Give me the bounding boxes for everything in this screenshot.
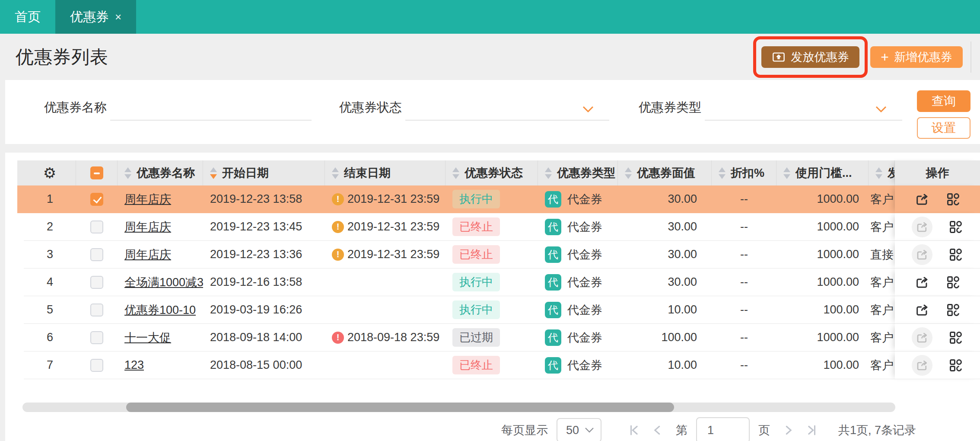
coupon-name-link[interactable]: 全场满1000减30	[124, 275, 203, 290]
sort-arrows-icon[interactable]	[452, 167, 459, 179]
coupon-type-badge: 代	[545, 246, 561, 263]
toolbar-divider	[970, 42, 971, 73]
coupon-name-link[interactable]: 123	[124, 358, 144, 372]
coupon-name-link[interactable]: 十一大促	[124, 330, 171, 345]
prev-page-button[interactable]	[648, 421, 667, 440]
page-size-select[interactable]: 50	[557, 418, 601, 441]
row-checkbox-cell	[76, 352, 118, 379]
grid-icon[interactable]	[945, 192, 961, 207]
coupon-name-link[interactable]: 周年店庆	[124, 219, 171, 235]
discount-cell: --	[712, 324, 776, 352]
threshold-cell: 100.00	[776, 352, 869, 379]
coupon-type-text: 代金券	[567, 247, 602, 262]
column-header-value[interactable]: 优惠券面值	[618, 160, 712, 185]
page-number-input[interactable]: 1	[696, 417, 750, 441]
sort-arrows-icon[interactable]	[210, 167, 217, 179]
coupon-name-link[interactable]: 周年店庆	[124, 192, 171, 207]
row-checkbox-cell	[76, 296, 118, 324]
grid-icon[interactable]	[948, 358, 964, 373]
status-cell: 执行中	[445, 185, 538, 213]
row-checkbox[interactable]	[90, 304, 103, 316]
row-index: 1	[24, 185, 76, 213]
pagination: 每页显示 50 第 1 页 共1页, 7条记录	[501, 417, 916, 441]
sort-arrows-icon[interactable]	[124, 167, 131, 179]
coupon-status-select[interactable]	[405, 102, 609, 121]
start-date-cell: 2018-08-15 00:00	[203, 352, 325, 379]
page-title: 优惠券列表	[16, 45, 108, 69]
share-icon[interactable]	[914, 275, 930, 290]
column-header-discount[interactable]: 折扣%	[712, 160, 776, 185]
table-row: 5优惠券100-102019-03-19 16:26执行中代代金券10.00--…	[17, 296, 980, 324]
column-header-channel[interactable]: 发	[869, 160, 895, 185]
coupon-type-text: 代金券	[567, 330, 602, 345]
first-page-button[interactable]	[625, 421, 644, 440]
tab-home[interactable]: 首页	[0, 0, 55, 34]
share-icon[interactable]	[914, 302, 930, 318]
row-checkbox[interactable]	[90, 248, 103, 261]
issue-coupon-button[interactable]: 发放优惠券	[761, 46, 859, 68]
row-checkbox-cell	[76, 324, 118, 352]
coupon-name-input[interactable]	[110, 102, 312, 121]
threshold-cell: 1000.00	[776, 241, 869, 268]
discount-cell: --	[712, 241, 776, 268]
row-checkbox[interactable]	[90, 220, 103, 233]
coupon-name-link[interactable]: 优惠券100-10	[124, 302, 196, 318]
threshold-cell: 1000.00	[776, 185, 869, 213]
sort-arrows-icon[interactable]	[625, 167, 632, 179]
column-header-status[interactable]: 优惠券状态	[445, 160, 538, 185]
tab-coupon[interactable]: 优惠券×	[55, 0, 136, 34]
sort-arrows-icon[interactable]	[719, 167, 725, 179]
actions-cell	[895, 296, 980, 324]
column-header-actions: 操作	[895, 160, 980, 185]
column-header-threshold[interactable]: 使用门槛...	[776, 160, 869, 185]
grid-icon[interactable]	[948, 219, 964, 235]
row-checkbox[interactable]	[90, 331, 103, 344]
row-checkbox[interactable]	[90, 276, 103, 289]
column-header-type[interactable]: 优惠券类型	[538, 160, 618, 185]
search-button[interactable]: 查询	[917, 90, 970, 112]
sort-arrows-icon[interactable]	[875, 167, 882, 179]
grid-icon[interactable]	[948, 330, 964, 345]
add-coupon-button[interactable]: + 新增优惠券	[870, 46, 963, 68]
select-all-checkbox[interactable]	[90, 166, 103, 179]
status-cell: 已终止	[445, 352, 538, 379]
sort-arrows-icon[interactable]	[783, 167, 790, 179]
column-header-select[interactable]	[76, 160, 118, 185]
column-header-settings[interactable]: ⚙	[24, 160, 76, 185]
grid-icon[interactable]	[945, 275, 961, 290]
row-checkbox[interactable]	[90, 193, 103, 206]
discount-cell: --	[712, 268, 776, 296]
end-date-text: 2018-09-18 23:59	[347, 331, 439, 344]
chevron-down-icon	[584, 427, 595, 434]
coupon-name-cell: 周年店庆	[118, 185, 203, 213]
close-icon[interactable]: ×	[115, 10, 121, 24]
grid-icon[interactable]	[948, 247, 964, 262]
status-badge: 已过期	[452, 328, 500, 347]
sort-arrows-icon[interactable]	[545, 167, 552, 179]
grid-icon[interactable]	[945, 302, 961, 318]
column-header-start[interactable]: 开始日期	[203, 160, 325, 185]
coupon-type-badge: 代	[545, 191, 561, 208]
gear-icon[interactable]: ⚙	[43, 166, 56, 180]
last-page-button[interactable]	[802, 421, 821, 440]
column-header-end[interactable]: 结束日期	[325, 160, 445, 185]
filter-name-field: 优惠券名称	[44, 99, 312, 121]
coupon-name-link[interactable]: 周年店庆	[124, 247, 171, 262]
tab-bar: 首页优惠券×	[0, 0, 980, 34]
channel-cell: 客户	[869, 268, 895, 296]
column-label: 优惠券名称	[137, 165, 195, 181]
table-row: 4全场满1000减302019-12-16 13:58执行中代代金券30.00-…	[17, 268, 980, 296]
settings-button[interactable]: 设置	[917, 117, 970, 139]
row-index: 7	[24, 352, 76, 379]
column-label: 使用门槛...	[795, 165, 852, 181]
column-header-name[interactable]: 优惠券名称	[118, 160, 203, 185]
column-label: 操作	[926, 165, 949, 181]
horizontal-scrollbar-track[interactable]	[22, 403, 895, 412]
coupon-type-select[interactable]	[705, 102, 902, 121]
share-icon[interactable]	[914, 192, 930, 207]
sort-arrows-icon[interactable]	[332, 167, 339, 179]
share-icon	[912, 327, 932, 348]
row-checkbox[interactable]	[90, 359, 103, 372]
horizontal-scrollbar-thumb[interactable]	[126, 403, 674, 412]
next-page-button[interactable]	[779, 421, 798, 440]
